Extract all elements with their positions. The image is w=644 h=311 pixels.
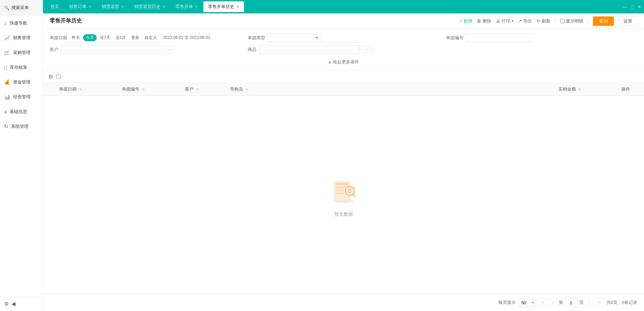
filter-area: 单据日期 昨天 今天 近7天 近1月 更多 自定义 2023-06-02 至 2… (43, 29, 644, 71)
display-detail-checkbox[interactable] (560, 19, 564, 23)
select-all-checkbox[interactable] (56, 74, 61, 79)
prev-page-btn[interactable]: ⟨ (549, 298, 557, 307)
shortcut-today[interactable]: 今天 (83, 34, 97, 41)
date-filter-label: 单据日期 (50, 35, 67, 41)
id-filter-input[interactable] (466, 34, 533, 42)
delete-button[interactable]: 🗑 删除 (477, 18, 491, 24)
per-page-select[interactable]: 10 20 50 100 (518, 299, 536, 307)
first-page-btn[interactable]: ⟨⟨ (539, 298, 547, 307)
sidebar-item-label: 基础信息 (10, 109, 27, 115)
sidebar-item-sales-mgmt[interactable]: 📈 销售管理 (0, 31, 43, 45)
operations-icon: 📊 (4, 94, 10, 100)
th-actions-label: 操作 (621, 87, 630, 92)
last-page-btn[interactable]: ⟩⟩ (595, 298, 604, 307)
shortcut-1month[interactable]: 近1月 (114, 34, 128, 41)
date-filter-field: 单据日期 昨天 今天 近7天 近1月 更多 自定义 2023-06-02 至 2… (50, 34, 241, 41)
shortcut-more[interactable]: 更多 (129, 34, 141, 41)
type-filter-select[interactable] (268, 34, 321, 42)
refresh-button[interactable]: ↻ 刷新 (537, 18, 550, 24)
tab-sales-order[interactable]: 销售订单 ✕ (64, 1, 96, 12)
collapse-filter-btn[interactable]: ∧ 收起更多条件 (50, 57, 637, 67)
th-number-sort[interactable]: ⇅ (142, 88, 145, 91)
purchase-icon: 🛒 (4, 50, 10, 56)
sidebar-item-label: 经营管理 (13, 94, 31, 100)
sidebar-item-purchase-mgmt[interactable]: 🛒 采购管理 (0, 45, 43, 60)
tab-retail-history-close[interactable]: ✕ (236, 5, 239, 9)
tab-retail-open-close[interactable]: ✕ (195, 5, 198, 9)
window-min-icon[interactable]: — (623, 4, 627, 9)
tab-sales-order-close[interactable]: ✕ (89, 5, 92, 9)
tab-retail-open[interactable]: 零售开单 ✕ (171, 1, 203, 12)
th-customer-label: 客户 (185, 87, 194, 92)
sidebar-item-quick-nav[interactable]: ⌂ 快捷导航 (0, 16, 43, 31)
refresh-icon: ↻ (537, 18, 540, 23)
window-max-icon[interactable]: □ (631, 4, 634, 9)
settings-button[interactable]: 设置 (618, 16, 637, 26)
refresh-label: 刷新 (542, 18, 550, 24)
column-settings-icon[interactable]: ⚙ (48, 73, 53, 80)
per-page-label: 每页显示 (498, 300, 516, 306)
th-select (43, 83, 55, 96)
th-actions: 操作 (617, 83, 644, 96)
page-total: 共0页，0条记录 (606, 300, 637, 306)
tab-sales-return-close[interactable]: ✕ (121, 5, 124, 9)
svg-rect-2 (336, 183, 348, 185)
sidebar-item-system[interactable]: ↻ 系统管理 (0, 119, 43, 134)
display-detail-check[interactable]: 显示明细 (560, 18, 583, 24)
sidebar-item-operations[interactable]: 📊 经营管理 (0, 90, 43, 104)
th-customer-sort[interactable]: ⇅ (196, 88, 199, 91)
shortcut-7days[interactable]: 近7天 (98, 34, 112, 41)
sidebar-item-label: 快捷导航 (10, 20, 27, 26)
sidebar-bottom: ⚙ ◀ (0, 296, 43, 311)
th-date-sort[interactable]: ⇅ (79, 88, 82, 91)
svg-point-9 (348, 189, 349, 191)
tab-sales-return-label: 销货退货 (102, 4, 119, 10)
export-button[interactable]: ↗ 导出 (518, 18, 532, 24)
sales-icon: 📈 (4, 35, 10, 41)
sidebar-item-finance[interactable]: 💰 资金管理 (0, 75, 43, 90)
tab-home[interactable]: 首页 (46, 1, 64, 12)
basic-info-icon: ≡ (4, 109, 7, 115)
add-icon: + (459, 18, 462, 23)
th-number: 单据编号 ⇅ (118, 83, 181, 96)
page-header: 零售开单历史 + 新增 🗑 删除 🖨 打印 ▾ ↗ 导出 (43, 13, 644, 29)
shortcut-yesterday[interactable]: 昨天 (70, 34, 82, 41)
page-input[interactable] (564, 299, 578, 307)
next-page-btn[interactable]: ⟩ (585, 298, 594, 307)
tab-home-label: 首页 (50, 4, 59, 10)
tab-sales-return[interactable]: 销货退货 ✕ (97, 1, 129, 12)
print-button[interactable]: 🖨 打印 ▾ (496, 18, 513, 24)
sidebar-item-inventory[interactable]: □ 库存核算 (0, 60, 43, 75)
goods-filter-label: 商品 (248, 47, 256, 53)
th-amount-sort[interactable]: ⇅ (578, 88, 581, 91)
customer-ellipsis-btn[interactable]: ··· (164, 46, 174, 53)
window-close-icon[interactable]: ✕ (638, 4, 641, 9)
goods-ellipsis-btn[interactable]: ··· (362, 46, 372, 53)
th-date: 单据日期 ⇅ (55, 83, 118, 96)
toolbar-divider2 (588, 18, 588, 24)
page-title: 零售开单历史 (50, 17, 459, 24)
print-dropdown-icon: ▾ (512, 19, 513, 23)
query-button[interactable]: 查询 (593, 16, 614, 26)
goods-filter-input[interactable] (259, 45, 360, 54)
finance-icon: 💰 (4, 79, 10, 85)
customer-filter-input[interactable] (61, 45, 162, 54)
shortcut-custom[interactable]: 自定义 (143, 34, 159, 41)
filter-row-2: 客户 ··· 商品 ··· (50, 45, 637, 54)
sidebar-search[interactable]: 🔍 搜索采单 (0, 0, 43, 16)
tab-retail-open-label: 零售开单 (176, 4, 193, 10)
tab-sales-return-history-close[interactable]: ✕ (162, 5, 165, 9)
settings-bottom-icon[interactable]: ⚙ (4, 301, 9, 307)
sidebar-item-basic-info[interactable]: ≡ 基础信息 (0, 104, 43, 119)
th-guide-sort[interactable]: ⇅ (246, 88, 248, 91)
add-button[interactable]: + 新增 (459, 18, 472, 24)
delete-label: 删除 (483, 18, 491, 24)
data-table: 单据日期 ⇅ 单据编号 ⇅ 客户 ⇅ 导购员 ⇅ (43, 83, 644, 96)
th-number-label: 单据编号 (122, 87, 139, 92)
tab-sales-return-history[interactable]: 销货退货历史 ✕ (130, 1, 170, 12)
inventory-icon: □ (4, 65, 7, 70)
tab-retail-history[interactable]: 零售开单历史 ✕ (203, 1, 244, 12)
collapse-sidebar-icon[interactable]: ◀ (11, 301, 15, 307)
main-area: 首页 销售订单 ✕ 销货退货 ✕ 销货退货历史 ✕ 零售开单 ✕ 零售开单历史 … (43, 0, 644, 311)
window-controls: — □ ✕ (623, 4, 641, 9)
